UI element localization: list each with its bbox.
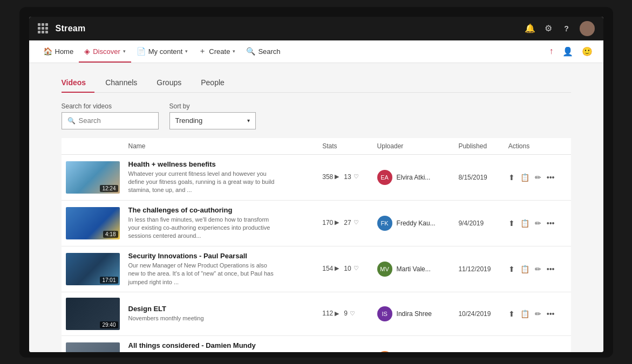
edit-button[interactable]: ✏ <box>535 173 541 182</box>
video-title[interactable]: The challenges of co-authoring <box>128 206 314 214</box>
likes-count: 27 <box>344 219 351 226</box>
video-duration: 17:01 <box>100 277 118 284</box>
video-thumbnail[interactable]: 44:37 <box>66 342 120 352</box>
video-description: In less than five minutes, we'll demo ho… <box>128 216 280 241</box>
my-content-chevron-icon: ▾ <box>185 49 188 54</box>
uploader-avatar[interactable]: FK <box>377 216 392 231</box>
video-description: Our new Manager of New Product Operation… <box>128 262 280 286</box>
more-button[interactable]: ••• <box>547 265 555 273</box>
help-icon[interactable]: ? <box>561 23 572 34</box>
filter-row: Search for videos 🔍 Sort by Trending ▾ <box>62 102 571 129</box>
edit-button[interactable]: ✏ <box>535 265 541 273</box>
heart-icon: ♡ <box>354 173 359 180</box>
views-count: 358 <box>322 173 333 181</box>
tab-channels[interactable]: Channels <box>105 74 146 92</box>
more-button[interactable]: ••• <box>547 173 555 182</box>
views-count: 170 <box>322 219 333 226</box>
tab-people[interactable]: People <box>201 74 233 92</box>
notification-icon[interactable]: 🔔 <box>525 23 535 34</box>
name-cell: All things considered - Damien Mundy Our… <box>124 336 318 352</box>
user-avatar[interactable] <box>580 21 595 36</box>
thumb-cell[interactable]: 12:24 <box>62 154 124 200</box>
nav-my-content[interactable]: 📄 My content ▾ <box>131 40 194 63</box>
nav-search-label: Search <box>258 47 280 56</box>
top-bar-icons: 🔔 ⚙ ? <box>525 21 595 36</box>
heart-icon: ♡ <box>354 219 359 226</box>
published-cell: 8/15/2019 <box>454 154 504 200</box>
nav-create[interactable]: ＋ Create ▾ <box>193 40 241 63</box>
col-uploader: Uploader <box>373 138 454 155</box>
share-button[interactable]: ⬆ <box>508 173 515 182</box>
video-description: Our differences make us a stronger, bett… <box>128 351 280 352</box>
nav-discover[interactable]: ◈ Discover ▾ <box>79 40 131 63</box>
nav-home-label: Home <box>55 47 74 56</box>
more-button[interactable]: ••• <box>547 219 555 228</box>
actions-cell: ⬆ 📋 ✏ ••• <box>504 154 571 200</box>
likes-count: 10 <box>344 265 351 272</box>
col-actions: Actions <box>504 138 571 155</box>
edit-button[interactable]: ✏ <box>535 310 541 318</box>
discover-chevron-icon: ▾ <box>123 49 126 54</box>
actions-cell: ⬆ 📋 ✏ ••• <box>504 336 571 352</box>
details-button[interactable]: 📋 <box>520 310 529 318</box>
video-thumbnail[interactable]: 29:40 <box>66 298 120 330</box>
nav-home[interactable]: 🏠 Home <box>38 40 79 63</box>
thumb-cell[interactable]: 17:01 <box>62 246 124 292</box>
uploader-cell: FK Freddy Kau... <box>373 200 454 246</box>
uploader-name: Elvira Atki... <box>397 174 431 181</box>
uploader-avatar[interactable]: IS <box>377 306 392 321</box>
views-stat: 112 ▶ 9 ♡ <box>322 310 368 317</box>
search-box[interactable]: 🔍 <box>62 112 159 129</box>
uploader-avatar[interactable]: MV <box>377 262 392 277</box>
video-title[interactable]: Health + wellness benefits <box>128 160 314 168</box>
col-name: Name <box>124 138 318 155</box>
nav-person-icon[interactable]: 👤 <box>560 46 575 57</box>
uploader-avatar[interactable]: EA <box>377 170 392 185</box>
nav-search[interactable]: 🔍 Search <box>241 40 286 63</box>
views-count: 112 <box>322 310 333 317</box>
thumb-cell[interactable]: 4:18 <box>62 200 124 246</box>
app-grid-icon[interactable] <box>38 23 48 33</box>
video-title[interactable]: All things considered - Damien Mundy <box>128 341 314 349</box>
video-thumbnail[interactable]: 4:18 <box>66 207 120 239</box>
views-stat: 170 ▶ 27 ♡ <box>322 219 368 226</box>
more-button[interactable]: ••• <box>547 310 555 318</box>
sort-dropdown[interactable]: Trending ▾ <box>169 112 256 129</box>
stats-cell: 112 ▶ 9 ♡ <box>318 292 372 336</box>
tab-groups[interactable]: Groups <box>157 74 190 92</box>
video-title[interactable]: Security Innovations - Paul Pearsall <box>128 252 314 260</box>
share-button[interactable]: ⬆ <box>508 310 515 318</box>
uploader-name: Indira Shree <box>397 310 432 318</box>
uploader-avatar[interactable]: CC <box>377 351 392 352</box>
video-title[interactable]: Design ELT <box>128 305 314 313</box>
search-input[interactable] <box>79 116 153 125</box>
thumb-cell[interactable]: 29:40 <box>62 292 124 336</box>
video-table: Name Stats Uploader Published Actions 12… <box>62 138 571 352</box>
details-button[interactable]: 📋 <box>520 219 529 228</box>
edit-button[interactable]: ✏ <box>535 219 541 228</box>
tab-videos[interactable]: Videos <box>62 74 95 92</box>
views-stat: 358 ▶ 13 ♡ <box>322 173 368 181</box>
video-thumbnail[interactable]: 17:01 <box>66 253 120 285</box>
share-button[interactable]: ⬆ <box>508 265 515 273</box>
col-published: Published <box>454 138 504 155</box>
nav-emoji-icon[interactable]: 🙂 <box>580 46 595 57</box>
settings-icon[interactable]: ⚙ <box>543 23 554 34</box>
my-content-icon: 📄 <box>137 47 146 56</box>
sort-chevron-icon: ▾ <box>247 118 250 123</box>
table-row: 12:24 Health + wellness benefits Whateve… <box>62 154 571 200</box>
stats-cell: 154 ▶ 10 ♡ <box>318 246 372 292</box>
details-button[interactable]: 📋 <box>520 265 529 273</box>
nav-bar-right: ↑ 👤 🙂 <box>547 46 595 57</box>
share-button[interactable]: ⬆ <box>508 219 515 228</box>
video-thumbnail[interactable]: 12:24 <box>66 161 120 194</box>
col-stats: Stats <box>318 138 372 155</box>
thumb-cell[interactable]: 44:37 <box>62 336 124 352</box>
nav-arrow-up-icon[interactable]: ↑ <box>547 46 556 57</box>
content-area: Videos Channels Groups People Search for… <box>29 63 603 352</box>
nav-discover-label: Discover <box>93 47 120 56</box>
table-row: 44:37 All things considered - Damien Mun… <box>62 336 571 352</box>
play-icon: ▶ <box>335 310 339 317</box>
video-duration: 4:18 <box>103 231 118 238</box>
details-button[interactable]: 📋 <box>520 173 529 182</box>
